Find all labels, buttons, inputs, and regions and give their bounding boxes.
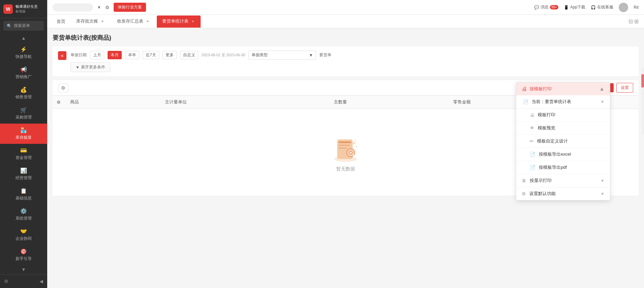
app-download-item[interactable]: 📱 App下载 bbox=[564, 4, 585, 10]
date-btn-custom[interactable]: 自定义 bbox=[180, 51, 198, 59]
tab-home[interactable]: 首页 bbox=[53, 16, 69, 27]
sidebar-scroll-down-button[interactable]: ▼ bbox=[0, 265, 47, 274]
sidebar-item-shortcut[interactable]: ⚡ 快捷导航 bbox=[0, 43, 47, 63]
filter-group: 单据日期 上月 本月 本年 近7天 更多 自定义 2023-06-01 至 20… bbox=[70, 51, 633, 72]
marketing-icon: 📢 bbox=[20, 66, 27, 73]
th-settings: ⚙ bbox=[53, 96, 66, 109]
expand-icon: ▼ bbox=[76, 65, 80, 70]
filter-row-expand: ▼ 展开更多条件 bbox=[70, 62, 633, 72]
date-btn-last-month[interactable]: 上月 bbox=[90, 51, 104, 59]
filter-row-date: 单据日期 上月 本月 本年 近7天 更多 自定义 2023-06-01 至 20… bbox=[70, 51, 633, 60]
inventory-icon: 🏪 bbox=[20, 127, 27, 133]
dropdown-default-func-section[interactable]: ⚙ 设置默认功能 ▼ bbox=[516, 187, 610, 200]
topbar-gear-button[interactable]: ⚙ bbox=[105, 5, 110, 10]
display-print-arrow: ▼ bbox=[600, 178, 605, 183]
tab-minimize-button[interactable]: ⊟ bbox=[628, 18, 633, 25]
dropdown-export-excel[interactable]: 📄 按模板导出excel bbox=[516, 148, 610, 161]
order-type-select[interactable]: 单据类型 ▼ bbox=[248, 51, 316, 60]
sidebar-item-system[interactable]: ⚙️ 系统管理 bbox=[0, 204, 47, 225]
excel-icon: 📄 bbox=[530, 152, 535, 157]
sales-icon: 💰 bbox=[20, 87, 27, 93]
empty-text: 暂无数据 bbox=[336, 166, 355, 172]
sidebar-item-marketing[interactable]: 📢 营销推广 bbox=[0, 63, 47, 83]
sidebar-item-label: 快捷导航 bbox=[16, 54, 32, 60]
sidebar-item-purchase[interactable]: 🛒 采购管理 bbox=[0, 103, 47, 124]
scrollbar-thumb[interactable] bbox=[641, 74, 644, 88]
main-area: ▼ ⚙ 体验行业方案 💬 消息 99+ 📱 App下载 🎧 在线客服 Rit bbox=[47, 0, 644, 288]
expand-conditions-button[interactable]: ▼ 展开更多条件 bbox=[70, 62, 110, 72]
search-icon: 🔍 bbox=[7, 24, 12, 28]
table-settings-gear-button[interactable]: ⚙ bbox=[58, 84, 68, 92]
svg-point-11 bbox=[355, 139, 356, 141]
filter-collapse-button[interactable]: « bbox=[58, 51, 66, 60]
date-btn-current-month[interactable]: 本月 bbox=[108, 51, 122, 59]
svg-rect-3 bbox=[339, 145, 350, 146]
basic-icon: 📋 bbox=[20, 188, 27, 194]
tab-order-stats-close[interactable]: × bbox=[191, 19, 195, 24]
topbar: ▼ ⚙ 体验行业方案 💬 消息 99+ 📱 App下载 🎧 在线客服 Rit bbox=[47, 0, 644, 15]
sidebar-item-basic[interactable]: 📋 基础信息 bbox=[0, 184, 47, 204]
tab-batch[interactable]: 库存批次账 × bbox=[71, 15, 110, 28]
sidebar-item-label: 采购管理 bbox=[16, 115, 32, 120]
tab-collection-close[interactable]: × bbox=[145, 19, 150, 24]
sidebar-item-label: 资金管理 bbox=[16, 155, 32, 161]
sidebar-item-label: 营销推广 bbox=[16, 74, 32, 80]
sidebar-item-enterprise[interactable]: 🤝 企业协同 bbox=[0, 225, 47, 245]
dropdown-export-excel-label: 按模板导出excel bbox=[539, 151, 571, 157]
guide-icon: 🎯 bbox=[20, 248, 27, 255]
message-item[interactable]: 💬 消息 99+ bbox=[534, 4, 558, 10]
svg-point-9 bbox=[353, 142, 355, 144]
app-download-icon: 📱 bbox=[564, 5, 569, 10]
dropdown-template-print-label: 模板打印 bbox=[538, 112, 555, 118]
edit-icon: ✏ bbox=[530, 138, 534, 144]
sidebar-item-label: 企业协同 bbox=[16, 236, 32, 242]
system-icon: ⚙️ bbox=[20, 208, 27, 214]
dropdown-current-template[interactable]: 📄 当前：要货单统计表 ▼ bbox=[516, 95, 610, 108]
sidebar-scroll-up-button[interactable]: ▲ bbox=[0, 33, 47, 43]
search-menu-button[interactable]: 🔍 搜索菜单 bbox=[3, 21, 44, 31]
right-scrollbar[interactable] bbox=[641, 67, 644, 135]
enterprise-icon: 🤝 bbox=[20, 228, 27, 234]
date-btn-7days[interactable]: 近7天 bbox=[143, 51, 159, 59]
dropdown-display-print-section[interactable]: 🖥 按显示打印 ▼ bbox=[516, 174, 610, 187]
sidebar-item-guide[interactable]: 🎯 新手引导 bbox=[0, 245, 47, 265]
display-print-icon: 🖥 bbox=[522, 178, 526, 183]
dropdown-template-custom-label: 模板自定义设计 bbox=[537, 138, 568, 144]
tab-maximize-button[interactable]: ⊞ bbox=[634, 18, 639, 25]
printer-small-icon: 🖨 bbox=[530, 112, 534, 118]
expand-label: 展开更多条件 bbox=[81, 64, 105, 70]
sidebar-footer: ⚙ ◀ bbox=[0, 274, 47, 288]
dropdown-template-preview-label: 模板预览 bbox=[538, 125, 555, 131]
date-btn-more[interactable]: 更多 bbox=[163, 51, 177, 59]
dropdown-template-preview[interactable]: 👁 模板预览 bbox=[516, 122, 610, 135]
user-avatar-item[interactable] bbox=[619, 3, 628, 12]
sidebar-item-finance[interactable]: 💳 资金管理 bbox=[0, 144, 47, 164]
tab-batch-close[interactable]: × bbox=[100, 19, 105, 24]
purchase-icon: 🛒 bbox=[20, 107, 27, 113]
online-service-item[interactable]: 🎧 在线客服 bbox=[591, 4, 613, 10]
dropdown-template-print[interactable]: 🖨 模板打印 bbox=[516, 108, 610, 122]
tab-order-stats-label: 要货单统计表 bbox=[162, 18, 188, 24]
sidebar-item-sales[interactable]: 💰 销售管理 bbox=[0, 83, 47, 103]
topbar-search-input[interactable] bbox=[53, 3, 93, 11]
dropdown-close-button[interactable]: ▲ bbox=[599, 86, 605, 92]
tab-collection[interactable]: 收发存汇总表 × bbox=[112, 15, 155, 28]
date-btn-year[interactable]: 本年 bbox=[125, 51, 139, 59]
svg-rect-2 bbox=[339, 141, 351, 143]
column-settings-button[interactable]: 设置 bbox=[616, 83, 633, 93]
sidebar-item-operation[interactable]: 📊 经营管理 bbox=[0, 164, 47, 184]
topbar-dropdown-button[interactable]: ▼ bbox=[97, 5, 101, 10]
sidebar-item-inventory[interactable]: 🏪 库存核算 bbox=[0, 124, 47, 144]
current-template-arrow: ▼ bbox=[600, 99, 605, 104]
settings-footer-button[interactable]: ⚙ bbox=[3, 277, 10, 285]
dropdown-template-custom[interactable]: ✏ 模板自定义设计 bbox=[516, 135, 610, 148]
sidebar-item-label: 销售管理 bbox=[16, 94, 32, 100]
sidebar-item-label: 基础信息 bbox=[16, 195, 32, 201]
online-service-label: 在线客服 bbox=[597, 4, 613, 10]
tab-order-stats[interactable]: 要货单统计表 × bbox=[157, 15, 201, 28]
svg-rect-4 bbox=[339, 148, 347, 149]
collapse-sidebar-button[interactable]: ◀ bbox=[38, 277, 45, 285]
dropdown-export-pdf[interactable]: 📄 按模板导出pdf bbox=[516, 161, 610, 174]
date-filter-label: 单据日期 bbox=[70, 52, 87, 58]
industry-solution-button[interactable]: 体验行业方案 bbox=[114, 3, 146, 12]
